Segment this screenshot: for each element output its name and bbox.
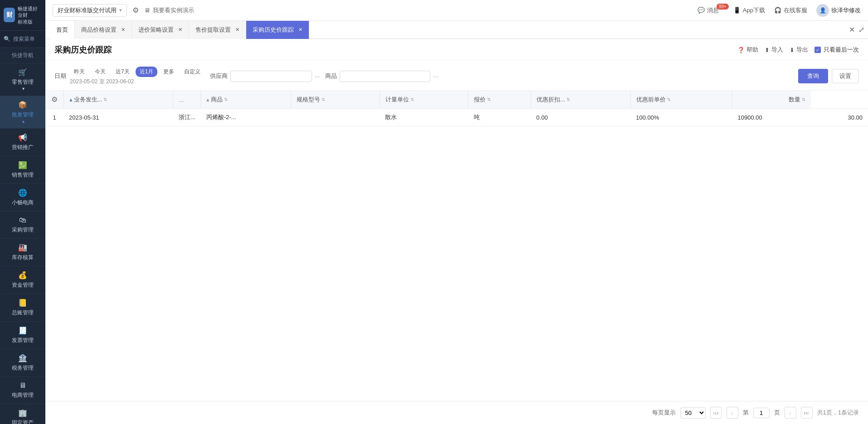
tab-close-purchase-strategy[interactable]: ✕ bbox=[178, 27, 182, 33]
expand-tab-btn[interactable]: ⤢ bbox=[858, 25, 864, 34]
checkbox-icon: ✓ bbox=[814, 47, 821, 53]
ledger-icon: 📒 bbox=[18, 299, 27, 307]
sidebar: 财 畅捷通好业财 标准版 🔍 搜索菜单 快捷导航 🛒 零售管理 ▾ 📦 批发管理… bbox=[0, 0, 45, 424]
logo-text2: 标准版 bbox=[18, 19, 42, 25]
date-label: 日期 bbox=[54, 72, 66, 80]
message-icon: 💬 bbox=[697, 7, 705, 14]
date-options: 昨天 今天 近7天 近1月 更多 自定义 bbox=[70, 67, 205, 77]
close-tab-btn[interactable]: ✕ bbox=[849, 25, 855, 34]
tab-close-price-settings[interactable]: ✕ bbox=[121, 27, 125, 33]
sales-icon: 💹 bbox=[18, 161, 27, 169]
sidebar-item-tax[interactable]: 🏦 税务管理 bbox=[0, 349, 45, 377]
th-gear[interactable]: ⚙ bbox=[45, 91, 63, 109]
sidebar-item-ledger[interactable]: 📒 总账管理 bbox=[0, 294, 45, 322]
user-menu[interactable]: 👤 徐泽华修改 bbox=[816, 4, 861, 17]
sort-icon-biz-date: ⇅ bbox=[103, 97, 107, 102]
marketing-icon: 📢 bbox=[18, 133, 27, 142]
cell-quantity: 30.00 bbox=[811, 109, 868, 126]
th-price[interactable]: 报价 ⇅ bbox=[468, 91, 531, 109]
date-btn-today[interactable]: 今天 bbox=[91, 67, 110, 77]
last-page-btn[interactable]: ⏭ bbox=[801, 407, 813, 419]
sidebar-search[interactable]: 🔍 搜索菜单 bbox=[0, 31, 45, 48]
tab-purchase-history[interactable]: 采购历史价跟踪 ✕ bbox=[246, 21, 309, 39]
topbar-right: 💬 消息 99+ 📱 App下载 🎧 在线客服 👤 徐泽华修改 bbox=[697, 4, 861, 17]
product-input[interactable] bbox=[340, 71, 430, 82]
main-area: 好业财标准版交付试用 ▾ ⚙ 🖥 我要看实例演示 💬 消息 99+ 📱 App下… bbox=[45, 0, 868, 424]
date-btn-last7[interactable]: 近7天 bbox=[112, 67, 134, 77]
th-pre-discount-price[interactable]: 优惠前单价 ⇅ bbox=[630, 91, 732, 109]
table-row[interactable]: 1 2023-05-31 浙江... 丙烯酸-2-... 散水 吨 0.00 1… bbox=[45, 109, 868, 126]
page-input[interactable] bbox=[753, 408, 770, 418]
th-biz-date[interactable]: ▴ 业务发生... ⇅ bbox=[63, 91, 173, 109]
export-icon: ⬇ bbox=[790, 47, 795, 53]
next-page-btn[interactable]: › bbox=[785, 407, 796, 419]
sort-icon-spec: ⇅ bbox=[322, 97, 325, 102]
filter-product-group: 商品 ··· bbox=[325, 71, 438, 82]
message-btn[interactable]: 💬 消息 99+ bbox=[697, 6, 724, 14]
demo-icon: 🖥 bbox=[144, 7, 150, 14]
sidebar-item-marketing[interactable]: 📢 营销推广 bbox=[0, 129, 45, 156]
date-btn-last1m[interactable]: 近1月 bbox=[136, 67, 158, 77]
prev-page-btn[interactable]: ‹ bbox=[727, 407, 738, 419]
cell-unit: 散水 bbox=[380, 109, 468, 126]
cell-index: 1 bbox=[45, 109, 63, 126]
tab-close-purchase-history[interactable]: ✕ bbox=[298, 27, 302, 33]
chevron-down-icon: ▾ bbox=[119, 7, 122, 13]
th-discount[interactable]: 优惠折扣... ⇅ bbox=[531, 91, 631, 109]
th-product[interactable]: ▴ 商品 ⇅ bbox=[201, 91, 291, 109]
sidebar-item-finance[interactable]: 💰 资金管理 bbox=[0, 266, 45, 294]
tabs-right: ✕ ⤢ bbox=[849, 25, 868, 34]
tab-purchase-strategy[interactable]: 进价策略设置 ✕ bbox=[132, 21, 189, 39]
th-spec[interactable]: 规格型号 ⇅ bbox=[291, 91, 380, 109]
assets-icon: 🏢 bbox=[18, 409, 27, 417]
sidebar-item-purchase[interactable]: 🛍 采购管理 bbox=[0, 212, 45, 239]
sidebar-item-sales[interactable]: 💹 销售管理 bbox=[0, 156, 45, 184]
last-only-checkbox[interactable]: ✓ 只看最后一次 bbox=[814, 46, 859, 54]
tab-close-sale-extract[interactable]: ✕ bbox=[235, 27, 239, 33]
cell-quoted-price: 0.00 bbox=[531, 109, 631, 126]
topbar-demo[interactable]: 🖥 我要看实例演示 bbox=[144, 6, 194, 14]
import-btn[interactable]: ⬆ 导入 bbox=[765, 46, 783, 54]
help-icon: ❓ bbox=[737, 47, 745, 53]
supplier-input[interactable] bbox=[230, 71, 312, 82]
logo-icon: 财 bbox=[4, 8, 15, 22]
sidebar-item-inventory[interactable]: 🏭 库存核算 bbox=[0, 239, 45, 266]
invoice-icon: 🧾 bbox=[18, 326, 27, 335]
date-btn-custom[interactable]: 自定义 bbox=[180, 67, 205, 77]
settings-btn[interactable]: 设置 bbox=[832, 69, 859, 83]
tab-home[interactable]: 首页 bbox=[50, 21, 75, 39]
export-btn[interactable]: ⬇ 导出 bbox=[790, 46, 808, 54]
filter-supplier-group: 供应商 ··· bbox=[210, 71, 320, 82]
import-icon: ⬆ bbox=[765, 47, 770, 53]
product-more-btn[interactable]: ··· bbox=[433, 73, 438, 80]
supplier-more-btn[interactable]: ··· bbox=[315, 73, 320, 80]
th-quantity[interactable]: 数量 ⇅ bbox=[732, 91, 811, 109]
th-dots[interactable]: ... bbox=[173, 91, 201, 109]
app-download-btn[interactable]: 📱 App下载 bbox=[733, 6, 765, 14]
sidebar-item-ecommerce[interactable]: 🖥 电商管理 bbox=[0, 377, 45, 404]
sidebar-item-wholesale[interactable]: 📦 批发管理 ▴ bbox=[0, 96, 45, 129]
tab-sale-extract[interactable]: 售价提取设置 ✕ bbox=[189, 21, 246, 39]
date-btn-yesterday[interactable]: 昨天 bbox=[70, 67, 89, 77]
tabs-bar: 首页 商品价格设置 ✕ 进价策略设置 ✕ 售价提取设置 ✕ 采购历史价跟踪 ✕ … bbox=[45, 21, 868, 39]
version-selector[interactable]: 好业财标准版交付试用 ▾ bbox=[53, 4, 127, 17]
query-btn[interactable]: 查询 bbox=[798, 69, 828, 83]
headset-icon: 🎧 bbox=[774, 7, 781, 14]
th-unit[interactable]: 计量单位 ⇅ bbox=[380, 91, 468, 109]
date-btn-more[interactable]: 更多 bbox=[159, 67, 178, 77]
topbar-settings-icon[interactable]: ⚙ bbox=[132, 6, 139, 14]
sidebar-item-ecommerce-small[interactable]: 🌐 小畅电商 bbox=[0, 184, 45, 212]
online-service-btn[interactable]: 🎧 在线客服 bbox=[774, 6, 807, 14]
page-actions: ❓ 帮助 ⬆ 导入 ⬇ 导出 ✓ 只看最后一次 bbox=[737, 46, 859, 54]
sort-icon-prediscount: ⇅ bbox=[667, 97, 671, 102]
sidebar-item-quick-nav[interactable]: 快捷导航 bbox=[0, 48, 45, 63]
tab-price-settings[interactable]: 商品价格设置 ✕ bbox=[75, 21, 132, 39]
help-btn[interactable]: ❓ 帮助 bbox=[737, 46, 758, 54]
per-page-select[interactable]: 50 20 100 200 bbox=[680, 407, 706, 419]
sidebar-item-retail[interactable]: 🛒 零售管理 ▾ bbox=[0, 63, 45, 96]
supplier-label: 供应商 bbox=[210, 72, 228, 80]
sidebar-item-invoice[interactable]: 🧾 发票管理 bbox=[0, 322, 45, 349]
first-page-btn[interactable]: ⏮ bbox=[710, 407, 722, 419]
sidebar-item-assets[interactable]: 🏢 固定资产 bbox=[0, 404, 45, 424]
sort-up-icon2: ▴ bbox=[206, 96, 210, 103]
